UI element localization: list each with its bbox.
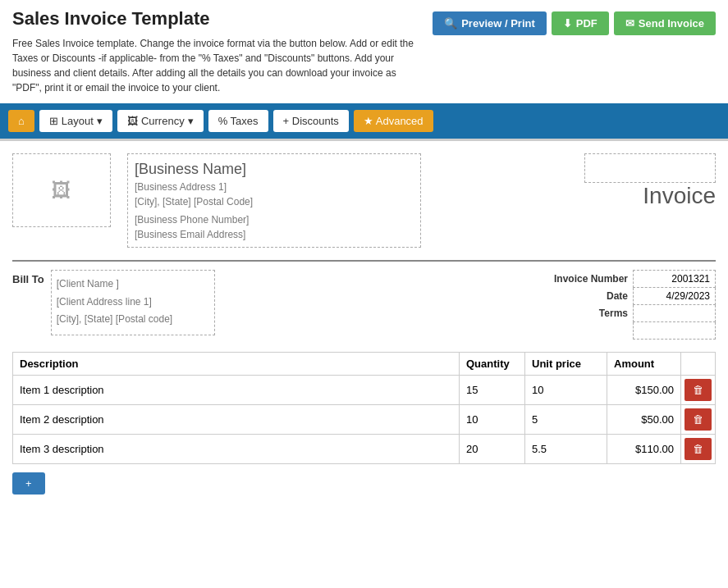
quantity-input[interactable] xyxy=(460,438,524,460)
pdf-button[interactable]: ⬇ PDF xyxy=(552,11,609,35)
col-header-amount: Amount xyxy=(607,353,681,376)
business-details: [Business Name] [Business Address 1] [Ci… xyxy=(127,153,421,248)
unit-price-cell[interactable] xyxy=(525,405,607,435)
section-divider xyxy=(12,260,716,262)
invoice-number-value[interactable]: 2001321 xyxy=(634,271,716,288)
business-address1[interactable]: [Business Address 1] xyxy=(135,181,414,193)
description-cell[interactable] xyxy=(13,376,460,405)
currency-button[interactable]: 🖼 Currency ▾ xyxy=(117,110,204,132)
image-placeholder-icon: 🖼 xyxy=(52,179,71,202)
delete-row-button[interactable]: 🗑 xyxy=(685,379,712,401)
table-row: $50.00 🗑 xyxy=(13,405,716,435)
chevron-down-icon: ▾ xyxy=(188,115,194,127)
delete-cell: 🗑 xyxy=(681,435,716,464)
date-value[interactable]: 4/29/2023 xyxy=(634,288,716,305)
description-input[interactable] xyxy=(13,408,459,431)
search-icon: 🔍 xyxy=(444,17,457,30)
unit-price-input[interactable] xyxy=(525,438,607,460)
amount-cell: $110.00 xyxy=(607,435,681,464)
layout-button[interactable]: ⊞ Layout ▾ xyxy=(39,110,112,132)
delete-row-button[interactable]: 🗑 xyxy=(685,438,712,460)
table-row: $150.00 🗑 xyxy=(13,376,716,405)
client-name: [Client Name ] xyxy=(57,276,209,294)
taxes-button[interactable]: % Taxes xyxy=(208,110,268,132)
add-row-button[interactable]: + xyxy=(12,472,45,495)
quantity-cell[interactable] xyxy=(460,405,525,435)
amount-cell: $50.00 xyxy=(607,405,681,435)
currency-icon: 🖼 xyxy=(127,115,138,127)
invoice-top-section: 🖼 [Business Name] [Business Address 1] [… xyxy=(12,153,716,248)
advanced-button[interactable]: ★ Advanced xyxy=(354,110,433,132)
unit-price-input[interactable] xyxy=(525,408,607,431)
home-icon: ⌂ xyxy=(18,115,25,127)
items-table: Description Quantity Unit price Amount $… xyxy=(12,352,716,464)
terms-value[interactable] xyxy=(634,305,716,322)
quantity-cell[interactable] xyxy=(460,376,525,405)
terms-label: Terms xyxy=(549,305,634,322)
chevron-down-icon: ▾ xyxy=(97,115,103,127)
col-header-action xyxy=(681,353,716,376)
description-cell[interactable] xyxy=(13,405,460,435)
layout-icon: ⊞ xyxy=(49,115,58,127)
col-header-description: Description xyxy=(13,353,460,376)
amount-cell: $150.00 xyxy=(607,376,681,405)
preview-print-button[interactable]: 🔍 Preview / Print xyxy=(433,11,547,35)
delete-cell: 🗑 xyxy=(681,405,716,435)
description-cell[interactable] xyxy=(13,435,460,464)
client-address1: [Client Address line 1] xyxy=(57,294,209,312)
bill-to-label: Bill To xyxy=(12,270,44,285)
quantity-cell[interactable] xyxy=(460,435,525,464)
invoice-number-input-top[interactable] xyxy=(584,153,716,183)
quantity-input[interactable] xyxy=(460,379,524,401)
invoice-label-box: Invoice xyxy=(437,153,717,248)
unit-price-input[interactable] xyxy=(525,379,607,401)
send-invoice-button[interactable]: ✉ Send Invoice xyxy=(614,11,716,35)
toolbar: ⌂ ⊞ Layout ▾ 🖼 Currency ▾ % Taxes + Disc… xyxy=(0,103,728,139)
bill-to-box: Bill To [Client Name ] [Client Address l… xyxy=(12,270,215,340)
description-input[interactable] xyxy=(13,438,459,460)
discounts-button[interactable]: + Discounts xyxy=(273,110,349,132)
business-phone[interactable]: [Business Phone Number] xyxy=(135,214,414,226)
invoice-label-container: Invoice xyxy=(584,153,716,209)
business-name[interactable]: [Business Name] xyxy=(135,161,414,178)
business-logo[interactable]: 🖼 xyxy=(12,153,111,227)
date-label: Date xyxy=(549,288,634,305)
bill-to-input[interactable]: [Client Name ] [Client Address line 1] [… xyxy=(51,270,215,335)
invoice-meta: Invoice Number 2001321 Date 4/29/2023 Te… xyxy=(549,270,716,340)
description-input[interactable] xyxy=(13,379,459,401)
quantity-input[interactable] xyxy=(460,408,524,431)
delete-cell: 🗑 xyxy=(681,376,716,405)
col-header-unit-price: Unit price xyxy=(525,353,607,376)
unit-price-cell[interactable] xyxy=(525,376,607,405)
top-action-buttons: 🔍 Preview / Print ⬇ PDF ✉ Send Invoice xyxy=(433,11,716,35)
col-header-quantity: Quantity xyxy=(460,353,525,376)
delete-row-button[interactable]: 🗑 xyxy=(685,408,712,431)
invoice-area: 🖼 [Business Name] [Business Address 1] [… xyxy=(0,139,728,507)
home-button[interactable]: ⌂ xyxy=(8,110,34,132)
email-icon: ✉ xyxy=(625,17,634,30)
page-description: Free Sales Invoice template. Change the … xyxy=(12,36,414,95)
invoice-number-label: Invoice Number xyxy=(549,271,634,288)
business-city-state[interactable]: [City], [State] [Postal Code] xyxy=(135,196,414,207)
invoice-title: Invoice xyxy=(643,183,716,209)
table-row: $110.00 🗑 xyxy=(13,435,716,464)
unit-price-cell[interactable] xyxy=(525,435,607,464)
bill-section: Bill To [Client Name ] [Client Address l… xyxy=(12,270,716,340)
business-email[interactable]: [Business Email Address] xyxy=(135,229,414,240)
client-city-state: [City], [State] [Postal code] xyxy=(57,311,209,329)
download-icon: ⬇ xyxy=(563,17,572,30)
